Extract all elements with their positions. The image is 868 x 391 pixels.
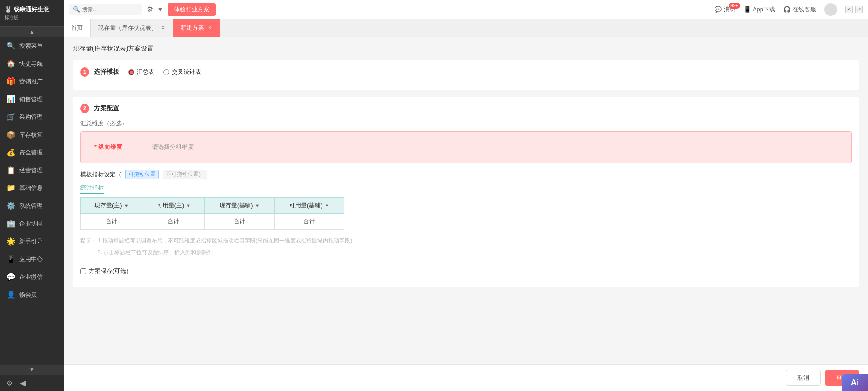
online-support-label: 在线客服 <box>792 5 816 14</box>
footer-bar: 取消 查询 <box>64 364 868 391</box>
sidebar-label-member: 畅会员 <box>19 291 37 299</box>
sidebar-scroll-down[interactable]: ▼ <box>0 365 64 375</box>
radio-cross[interactable]: 交叉统计表 <box>163 68 201 76</box>
tab-new-plan-close[interactable]: ✕ <box>208 25 212 31</box>
app-download-button[interactable]: 📱 App下载 <box>744 5 775 14</box>
user-avatar[interactable] <box>824 3 837 16</box>
app-center-icon: 📱 <box>6 255 15 263</box>
search-box[interactable]: 🔍 <box>69 4 142 15</box>
tab-home-label: 首页 <box>71 24 83 32</box>
sidebar-item-new-guide[interactable]: 🌟 新手引导 <box>0 232 64 250</box>
tab-new-plan[interactable]: 新建方案 ✕ <box>173 19 220 37</box>
window-controls: ✕ ⤢ <box>845 6 863 13</box>
step2-title: 方案配置 <box>94 104 119 113</box>
sidebar-scroll-up[interactable]: ▲ <box>0 27 64 37</box>
step1-title: 选择模板 <box>94 68 119 76</box>
messages-button[interactable]: 💬 消息 99+ <box>715 5 735 14</box>
sidebar-label-purchase: 采购管理 <box>19 113 43 121</box>
trial-button[interactable]: 体验行业方案 <box>168 3 216 16</box>
col-header-2[interactable]: 现存量(基辅) ▼ <box>205 198 275 214</box>
col-dropdown-arrow-1: ▼ <box>186 203 191 208</box>
sidebar-label-finance: 资金管理 <box>19 149 43 157</box>
col-header-1[interactable]: 可用量(主) ▼ <box>143 198 205 214</box>
sidebar-item-sales[interactable]: 📊 销售管理 <box>0 90 64 108</box>
col-dropdown-1[interactable]: 可用量(主) ▼ <box>157 201 191 210</box>
finance-icon: 💰 <box>6 148 15 157</box>
dimension-box[interactable]: * 纵向维度 —— 请选择分组维度 <box>80 131 852 163</box>
cancel-button[interactable]: 取消 <box>786 370 821 386</box>
sidebar-item-search-menu[interactable]: 🔍 搜索菜单 <box>0 37 64 55</box>
sidebar-label-inventory: 库存核算 <box>19 131 43 139</box>
stats-section-label: 统计指标 <box>80 184 104 194</box>
gear-icon[interactable]: ⚙ <box>147 5 153 14</box>
sidebar-label-search-menu: 搜索菜单 <box>19 42 43 50</box>
sidebar-label-quick-nav: 快捷导航 <box>19 60 43 68</box>
step1-header: 1 选择模板 汇总表 交叉统计表 <box>80 67 852 77</box>
tab-home[interactable]: 首页 <box>64 19 91 37</box>
search-icon: 🔍 <box>73 6 80 13</box>
template-options: 汇总表 交叉统计表 <box>128 68 201 76</box>
sidebar-item-operations[interactable]: 📋 经营管理 <box>0 161 64 179</box>
search-input[interactable] <box>82 6 137 13</box>
tabs-bar: 首页 现存量（库存状况表） ✕ 新建方案 ✕ <box>64 19 868 37</box>
sidebar-item-enterprise-wechat[interactable]: 💬 企业微信 <box>0 268 64 286</box>
app-logo: 🐰 畅康通好生意 标准版 <box>0 0 64 27</box>
sidebar: 🐰 畅康通好生意 标准版 ▲ 🔍 搜索菜单 🏠 快捷导航 🎁 营销推广 📊 销售… <box>0 0 64 391</box>
operations-icon: 📋 <box>6 166 15 175</box>
tip-1: 2. 点击标题栏下拉可设置排序、插入列和删除列 <box>80 248 852 258</box>
page-title: 现存量(库存状况表)方案设置 <box>73 45 859 53</box>
sidebar-label-new-guide: 新手引导 <box>19 237 43 246</box>
expand-window-button[interactable]: ⤢ <box>855 6 863 13</box>
sidebar-item-enterprise[interactable]: 🏢 企业协同 <box>0 215 64 232</box>
marketing-icon: 🎁 <box>6 77 15 86</box>
sidebar-settings-icon[interactable]: ⚙ <box>6 379 13 387</box>
col-header-label-2: 现存量(基辅) <box>220 201 253 210</box>
sidebar-item-finance[interactable]: 💰 资金管理 <box>0 144 64 161</box>
sidebar-item-basic-info[interactable]: 📁 基础信息 <box>0 179 64 197</box>
sidebar-nav: 🔍 搜索菜单 🏠 快捷导航 🎁 营销推广 📊 销售管理 🛒 采购管理 📦 库存核… <box>0 37 64 365</box>
drag-position-badge: 可拖动位置 <box>125 170 159 179</box>
col-dropdown-0[interactable]: 现存量(主) ▼ <box>94 201 129 210</box>
col-dropdown-arrow-0: ▼ <box>124 203 129 208</box>
ai-badge[interactable]: Ai <box>842 374 868 391</box>
col-header-3[interactable]: 可用量(基辅) ▼ <box>275 198 344 214</box>
sidebar-item-app-center[interactable]: 📱 应用中心 <box>0 250 64 268</box>
enterprise-icon: 🏢 <box>6 219 15 228</box>
sidebar-item-quick-nav[interactable]: 🏠 快捷导航 <box>0 55 64 72</box>
sidebar-item-purchase[interactable]: 🛒 采购管理 <box>0 108 64 126</box>
radio-summary-label: 汇总表 <box>137 68 154 76</box>
col-header-0[interactable]: 现存量(主) ▼ <box>81 198 143 214</box>
save-checkbox[interactable] <box>80 268 86 274</box>
dim-placeholder: 请选择分组维度 <box>152 143 194 151</box>
sidebar-item-marketing[interactable]: 🎁 营销推广 <box>0 72 64 90</box>
col-dropdown-arrow-3: ▼ <box>324 203 329 208</box>
tips-section: 提示： 1.拖动标题栏可以调整布局，不可跨维度或指标区域拖动栏目字段(只能在同一… <box>80 236 852 257</box>
indicator-settings-text: 模板指标设定（ <box>80 170 122 179</box>
dropdown-arrow-icon[interactable]: ▼ <box>158 6 163 13</box>
tab-inventory-close[interactable]: ✕ <box>161 25 165 31</box>
tip-0: 提示： 1.拖动标题栏可以调整布局，不可跨维度或指标区域拖动栏目字段(只能在同一… <box>80 236 852 246</box>
online-support-button[interactable]: 🎧 在线客服 <box>783 5 816 14</box>
sidebar-item-system[interactable]: ⚙️ 系统管理 <box>0 197 64 215</box>
close-window-button[interactable]: ✕ <box>845 6 853 13</box>
dim-required-label: 汇总维度（必选） <box>80 119 852 128</box>
system-icon: ⚙️ <box>6 201 15 210</box>
col-dropdown-2[interactable]: 现存量(基辅) ▼ <box>220 201 260 210</box>
content-area: 现存量(库存状况表)方案设置 1 选择模板 汇总表 交叉统计表 <box>64 37 868 364</box>
app-name: 畅康通好生意 <box>14 6 49 13</box>
radio-cross-input[interactable] <box>163 69 169 75</box>
radio-summary[interactable]: 汇总表 <box>128 68 154 76</box>
sidebar-collapse-icon[interactable]: ◀ <box>20 379 26 387</box>
save-option: 方案保存(可选) <box>80 262 852 280</box>
stats-table: 现存量(主) ▼ 可用量(主) ▼ <box>80 197 344 230</box>
sidebar-item-inventory[interactable]: 📦 库存核算 <box>0 126 64 144</box>
radio-summary-input[interactable] <box>128 69 134 75</box>
inventory-icon: 📦 <box>6 130 15 139</box>
tab-new-plan-label: 新建方案 <box>180 24 204 32</box>
dim-required-star: * 纵向维度 <box>94 143 122 151</box>
col-dropdown-3[interactable]: 可用量(基辅) ▼ <box>289 201 330 210</box>
new-guide-icon: 🌟 <box>6 237 15 246</box>
sidebar-item-member[interactable]: 👤 畅会员 <box>0 286 64 304</box>
cell-2: 合计 <box>205 214 275 230</box>
tab-inventory[interactable]: 现存量（库存状况表） ✕ <box>91 19 173 37</box>
